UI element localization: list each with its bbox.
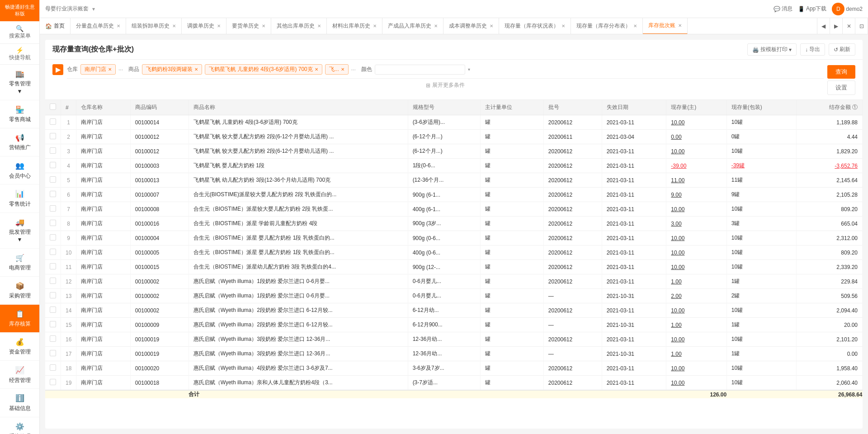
sidebar-item-sys-mgmt[interactable]: ⚙️ 系统管理 [0, 417, 39, 434]
tab-item-3[interactable]: 调拨单历史 ✕ [182, 18, 226, 34]
row-select-checkbox[interactable] [50, 278, 56, 284]
tabs-close-btn[interactable]: ✕ [843, 18, 855, 34]
query-btn[interactable]: 查询 [827, 65, 855, 79]
message-btn[interactable]: 💬 消息 [774, 5, 793, 13]
tab-home[interactable]: 🏠 首页 [40, 18, 71, 34]
row-select-checkbox[interactable] [50, 321, 56, 327]
expand-conditions-btn[interactable]: ⊞ 展开更多条件 [67, 78, 824, 89]
row-select-checkbox[interactable] [50, 379, 56, 385]
sidebar-item-purchase[interactable]: 📦 采购管理 [0, 277, 39, 305]
tab-item-8[interactable]: 成本调整单历史 ✕ [443, 18, 499, 34]
tab-item-1[interactable]: 分量盘点单历史 ✕ [71, 18, 126, 34]
row-select-checkbox[interactable] [50, 205, 56, 212]
product-tag-3[interactable]: 飞... ✕ [325, 64, 349, 75]
tab-close-8[interactable]: ✕ [490, 24, 493, 28]
row-qty-main[interactable]: 10.00 [666, 376, 726, 391]
sidebar-item-basic-info[interactable]: ℹ️ 基础信息 [0, 389, 39, 417]
row-select-checkbox[interactable] [50, 191, 56, 197]
row-select-checkbox[interactable] [50, 364, 56, 371]
sidebar-item-operations[interactable]: 📈 经营管理 [0, 361, 39, 389]
sidebar-item-inventory[interactable]: 📋 库存核算 [0, 305, 39, 333]
row-qty-main[interactable]: 10.00 [666, 332, 726, 347]
app-download-btn[interactable]: 📱 App下载 [798, 5, 826, 13]
tab-close-3[interactable]: ✕ [217, 24, 221, 28]
tabs-maximize-btn[interactable]: ⊡ [855, 18, 868, 34]
sidebar-search[interactable]: 🔍 搜索菜单 [0, 21, 39, 44]
export-btn[interactable]: ↓ 导出 [800, 43, 825, 56]
row-qty-main[interactable]: 10.00 [666, 115, 726, 130]
row-qty-main[interactable]: 1.00 [666, 274, 726, 289]
row-qty-main[interactable]: 10.00 [666, 260, 726, 274]
settings-btn[interactable]: 设置 [827, 80, 855, 95]
product-tag1-close[interactable]: ✕ [194, 67, 198, 72]
tab-close-9[interactable]: ✕ [561, 24, 565, 28]
row-qty-main[interactable]: 11.00 [666, 173, 726, 188]
sidebar-item-marketing[interactable]: 📢 营销推广 [0, 128, 39, 156]
tab-close-2[interactable]: ✕ [172, 24, 176, 28]
row-select-checkbox[interactable] [50, 220, 56, 226]
sidebar-item-member[interactable]: 👥 会员中心 [0, 156, 39, 184]
tab-item-11[interactable]: 库存批次账 ✕ [643, 18, 688, 34]
row-select-checkbox[interactable] [50, 176, 56, 183]
product-tag2-close[interactable]: ✕ [315, 67, 318, 72]
tabs-prev-btn[interactable]: ◀ [817, 18, 830, 34]
warehouse-tag-close[interactable]: ✕ [108, 67, 112, 72]
filter-expand-btn[interactable]: ▶ [52, 64, 63, 75]
row-select-checkbox[interactable] [50, 292, 56, 298]
tab-item-4[interactable]: 要货单历史 ✕ [226, 18, 271, 34]
product-tag3-close[interactable]: ✕ [341, 67, 344, 72]
row-select-checkbox[interactable] [50, 307, 56, 313]
row-select-checkbox[interactable] [50, 234, 56, 241]
template-print-btn[interactable]: 🖨️ 按模板打印 ▾ [747, 43, 797, 56]
tab-item-6[interactable]: 材料出库单历史 ✕ [327, 18, 382, 34]
tab-close-4[interactable]: ✕ [262, 24, 265, 28]
tab-close-11[interactable]: ✕ [678, 23, 682, 28]
sidebar-item-retail-shop[interactable]: 🏪 零售商城 [0, 100, 39, 128]
row-qty-main[interactable]: -39.00 [666, 159, 726, 173]
warehouse-more[interactable]: ··· [118, 66, 123, 73]
row-qty-main[interactable]: 1.00 [666, 318, 726, 332]
tab-item-7[interactable]: 产成品入库单历史 ✕ [382, 18, 443, 34]
tab-close-1[interactable]: ✕ [117, 24, 120, 28]
sidebar-item-wholesale[interactable]: 🚚 批发管理 ▼ [0, 213, 39, 249]
row-qty-main[interactable]: 10.00 [666, 303, 726, 318]
tab-item-2[interactable]: 组装拆卸单历史 ✕ [126, 18, 182, 34]
tab-close-6[interactable]: ✕ [373, 24, 377, 28]
select-all-checkbox[interactable] [50, 104, 56, 110]
row-qty-main[interactable]: 10.00 [666, 144, 726, 159]
row-select-checkbox[interactable] [50, 350, 56, 356]
tab-item-10[interactable]: 现存量（库存分布表） ✕ [571, 18, 643, 34]
tab-close-7[interactable]: ✕ [434, 24, 438, 28]
sidebar-item-retail-stats[interactable]: 📊 零售统计 [0, 184, 39, 212]
row-select-checkbox[interactable] [50, 263, 56, 269]
user-profile[interactable]: D demo2 [832, 3, 863, 15]
row-qty-main[interactable]: 0.00 [666, 130, 726, 144]
tab-close-5[interactable]: ✕ [317, 24, 321, 28]
row-qty-main[interactable]: 1.00 [666, 347, 726, 361]
product-tag-2[interactable]: 飞鹤星飞帆 儿童奶粉 4段(3-6岁适用) 700克 ✕ [205, 64, 322, 75]
refresh-btn[interactable]: ↺ 刷新 [829, 43, 855, 56]
tab-item-9[interactable]: 现存量（库存状况表） ✕ [499, 18, 571, 34]
row-select-checkbox[interactable] [50, 118, 56, 125]
row-qty-main[interactable]: 2.00 [666, 289, 726, 303]
tabs-next-btn[interactable]: ▶ [830, 18, 843, 34]
row-select-checkbox[interactable] [50, 162, 56, 168]
row-qty-main[interactable]: 10.00 [666, 231, 726, 245]
color-input[interactable] [375, 65, 465, 75]
sidebar-item-retail-mgmt[interactable]: 🏬 零售管理 ▼ [0, 65, 39, 100]
warehouse-tag[interactable]: 南岸门店 ✕ [80, 64, 116, 75]
dropdown-arrow[interactable]: ▾ [92, 6, 95, 12]
row-select-checkbox[interactable] [50, 249, 56, 255]
row-select-checkbox[interactable] [50, 147, 56, 154]
tab-close-10[interactable]: ✕ [633, 24, 637, 28]
row-qty-main[interactable]: 10.00 [666, 202, 726, 217]
row-qty-main[interactable]: 10.00 [666, 361, 726, 376]
row-qty-main[interactable]: 3.00 [666, 217, 726, 231]
row-qty-main[interactable]: 10.00 [666, 245, 726, 260]
product-more[interactable]: ··· [351, 66, 356, 73]
sidebar-item-finance[interactable]: 💰 资金管理 [0, 333, 39, 361]
row-select-checkbox[interactable] [50, 335, 56, 342]
row-qty-main[interactable]: 9.00 [666, 188, 726, 202]
row-select-checkbox[interactable] [50, 133, 56, 139]
sidebar-item-ecommerce[interactable]: 🛒 电商管理 [0, 249, 39, 277]
